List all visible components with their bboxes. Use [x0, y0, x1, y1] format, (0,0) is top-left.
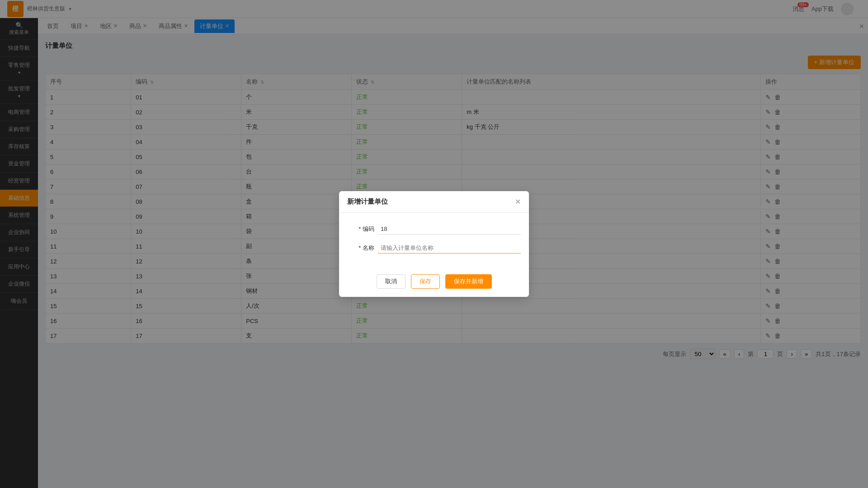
form-row-name: * 名称	[347, 243, 521, 253]
name-input[interactable]	[378, 243, 521, 253]
code-label: * 编码	[347, 225, 374, 233]
modal-title: 新增计量单位	[347, 197, 388, 206]
cancel-button[interactable]: 取消	[377, 274, 406, 289]
name-label: * 名称	[347, 244, 374, 252]
modal-footer: 取消 保存 保存并新增	[339, 269, 529, 297]
save-and-new-button[interactable]: 保存并新增	[445, 274, 492, 289]
modal-body: * 编码 * 名称	[339, 213, 529, 269]
code-input[interactable]	[378, 224, 521, 235]
form-row-code: * 编码	[347, 224, 521, 235]
modal-add-measure-unit: 新增计量单位 ✕ * 编码 * 名称 取消 保存 保存并新增	[339, 191, 529, 297]
modal-header: 新增计量单位 ✕	[339, 191, 529, 213]
modal-close-button[interactable]: ✕	[515, 197, 521, 206]
save-button[interactable]: 保存	[411, 274, 440, 289]
modal-overlay[interactable]: 新增计量单位 ✕ * 编码 * 名称 取消 保存 保存并新增	[0, 0, 868, 488]
